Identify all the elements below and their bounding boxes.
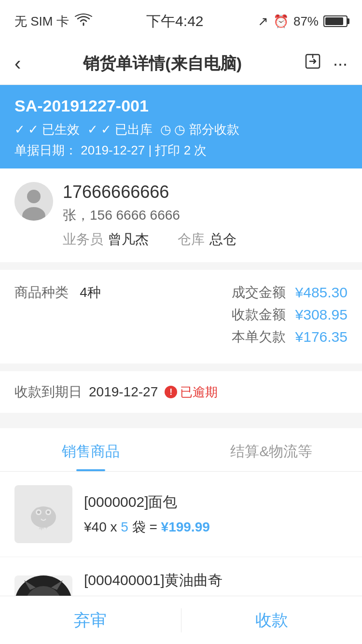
- overdue-icon: !: [165, 386, 177, 398]
- status-bar: 无 SIM 卡 下午4:42 ↗ ⏰ 87%: [0, 0, 362, 42]
- overdue-text: 已逾期: [180, 384, 218, 401]
- battery-percentage: 87%: [293, 14, 319, 29]
- price-total-1: ¥199.99: [161, 519, 210, 534]
- clock-icon: ◷: [160, 122, 171, 137]
- due-date-section: 收款到期日 2019-12-27 ! 已逾期: [0, 371, 362, 413]
- debt-amount-line: 本单欠款 ¥176.35: [232, 328, 348, 346]
- cancel-review-button[interactable]: 弃审: [0, 600, 181, 641]
- salesperson-item: 业务员 曾凡杰: [63, 230, 149, 249]
- product-thumb-1: 单+: [14, 485, 72, 543]
- deal-amount-label: 成交金额: [232, 283, 286, 302]
- avatar: [14, 182, 53, 221]
- product-types: 商品种类 4种: [14, 283, 101, 302]
- tab-sales-label: 销售商品: [62, 443, 120, 459]
- location-icon: ↗: [258, 14, 268, 29]
- product-types-label: 商品种类: [14, 285, 69, 300]
- salesperson-label: 业务员: [63, 230, 103, 249]
- order-id: SA-20191227-001: [14, 97, 348, 115]
- receipt-amount-value: ¥308.95: [295, 307, 348, 323]
- customer-section: 17666666666 张，156 6666 6666 业务员 曾凡杰 仓库 总…: [0, 168, 362, 262]
- alarm-icon: ⏰: [273, 14, 289, 29]
- product-name-2: [000400001]黄油曲奇: [84, 571, 348, 590]
- product-price-1: ¥40 x 5 袋 = ¥199.99: [84, 518, 348, 536]
- warehouse-label: 仓库: [178, 230, 205, 249]
- nav-actions: ···: [304, 53, 348, 74]
- back-button[interactable]: ‹: [14, 53, 21, 74]
- print-info: | 打印 2 次: [148, 143, 207, 157]
- salesperson-value: 曾凡杰: [108, 230, 149, 249]
- customer-name-phone: 张，156 6666 6666: [63, 206, 348, 224]
- divider-3: [0, 413, 362, 420]
- price-sep-1: x: [111, 519, 121, 534]
- status-right: ↗ ⏰ 87%: [258, 14, 348, 29]
- tag-effective: ✓ ✓ 已生效: [14, 121, 80, 138]
- product-info-1: [0000002]面包 ¥40 x 5 袋 = ¥199.99: [84, 492, 348, 536]
- order-header: SA-20191227-001 ✓ ✓ 已生效 ✓ ✓ 已出库 ◷ ◷ 部分收款…: [0, 85, 362, 168]
- stats-section: 商品种类 4种 成交金额 ¥485.30 收款金额 ¥308.95 本单欠款 ¥…: [0, 270, 362, 364]
- product-name-1: [0000002]面包: [84, 492, 348, 512]
- carrier-label: 无 SIM 卡: [14, 13, 69, 30]
- share-icon[interactable]: [304, 53, 321, 74]
- tag-partial-payment: ◷ ◷ 部分收款: [160, 121, 239, 138]
- stats-right: 成交金额 ¥485.30 收款金额 ¥308.95 本单欠款 ¥176.35: [232, 283, 348, 350]
- receipt-button[interactable]: 收款: [181, 600, 362, 641]
- deal-amount-line: 成交金额 ¥485.30: [232, 283, 348, 302]
- svg-text:单+: 单+: [39, 524, 48, 531]
- overdue-badge: ! 已逾期: [165, 384, 218, 401]
- product-types-value: 4种: [80, 285, 101, 300]
- svg-point-9: [37, 511, 40, 514]
- receipt-amount-line: 收款金额 ¥308.95: [232, 306, 348, 324]
- stats-left: 商品种类 4种: [14, 283, 101, 306]
- order-date: 单据日期： 2019-12-27 | 打印 2 次: [14, 142, 348, 159]
- divider-1: [0, 262, 362, 270]
- date-label: 单据日期：: [14, 143, 77, 157]
- tab-settlement[interactable]: 结算&物流等: [181, 428, 362, 471]
- status-time: 下午4:42: [146, 12, 203, 31]
- price-eq-1: =: [149, 519, 161, 534]
- bottom-bar: 弃审 收款: [0, 596, 362, 644]
- price-unit-1: 袋: [132, 519, 146, 534]
- debt-amount-label: 本单欠款: [232, 328, 286, 346]
- more-icon[interactable]: ···: [333, 54, 348, 74]
- svg-point-2: [27, 190, 41, 203]
- debt-amount-value: ¥176.35: [295, 329, 348, 345]
- page-title: 销货单详情(来自电脑): [83, 53, 242, 75]
- customer-info: 17666666666 张，156 6666 6666 业务员 曾凡杰 仓库 总…: [63, 182, 348, 249]
- price-base-1: ¥40: [84, 519, 107, 534]
- due-label: 收款到期日: [14, 383, 82, 401]
- receipt-amount-label: 收款金额: [232, 306, 286, 324]
- tabs: 销售商品 结算&物流等: [0, 428, 362, 472]
- tab-underline: [76, 469, 105, 471]
- wifi-icon: [75, 14, 92, 29]
- divider-2: [0, 364, 362, 371]
- deal-amount-value: ¥485.30: [295, 284, 348, 301]
- product-placeholder-1: 单+: [14, 485, 72, 543]
- date-value: 2019-12-27: [81, 143, 145, 157]
- stats-row: 商品种类 4种 成交金额 ¥485.30 收款金额 ¥308.95 本单欠款 ¥…: [14, 283, 348, 350]
- tab-settlement-label: 结算&物流等: [230, 443, 312, 459]
- svg-point-10: [47, 511, 50, 514]
- battery-icon: [323, 15, 348, 27]
- status-left: 无 SIM 卡: [14, 13, 92, 30]
- customer-meta: 业务员 曾凡杰 仓库 总仓: [63, 230, 348, 249]
- check-icon-1: ✓: [14, 122, 25, 137]
- customer-id: 17666666666: [63, 182, 348, 202]
- tag-shipped: ✓ ✓ 已出库: [87, 121, 153, 138]
- due-date-value: 2019-12-27: [89, 384, 158, 400]
- order-tags: ✓ ✓ 已生效 ✓ ✓ 已出库 ◷ ◷ 部分收款: [14, 121, 348, 138]
- warehouse-value: 总仓: [209, 230, 237, 249]
- nav-bar: ‹ 销货单详情(来自电脑) ···: [0, 42, 362, 85]
- price-qty-1: 5: [121, 519, 128, 534]
- check-icon-2: ✓: [87, 122, 98, 137]
- tab-sales-products[interactable]: 销售商品: [0, 428, 181, 471]
- product-item: 单+ [0000002]面包 ¥40 x 5 袋 = ¥199.99: [0, 472, 362, 557]
- warehouse-item: 仓库 总仓: [178, 230, 237, 249]
